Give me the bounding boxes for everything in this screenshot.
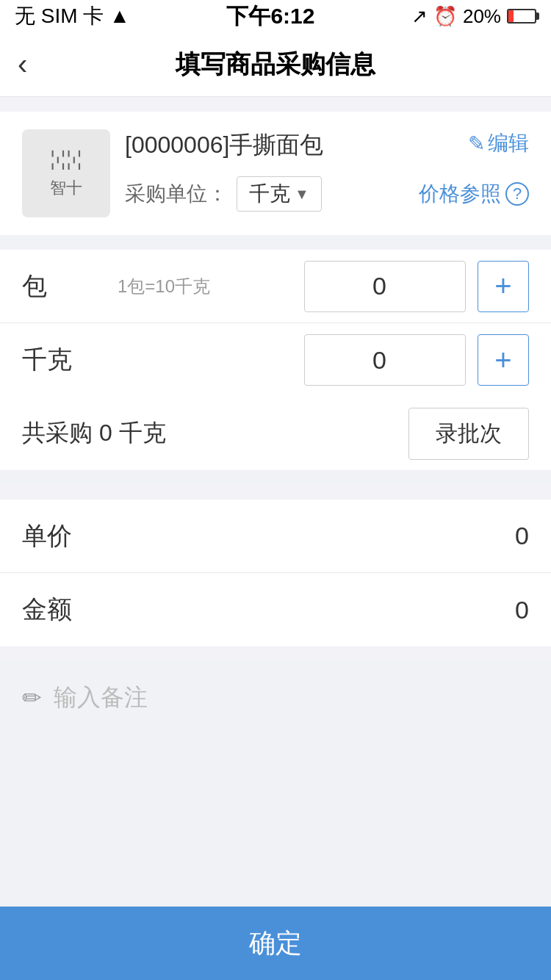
summary-value: 0	[99, 419, 112, 446]
product-card: ꔘꔘ 智十 [0000006]手撕面包 ✎ 编辑 采购单位： 千克 ▼	[0, 112, 551, 235]
confirm-button[interactable]: 确定	[0, 907, 551, 980]
status-bar: 无 SIM 卡 ▲ 下午6:12 ↗ ⏰ 20%	[0, 0, 551, 32]
section-divider-1	[0, 235, 551, 250]
status-signal: 无 SIM 卡 ▲	[15, 2, 130, 30]
logo-text: 智十	[50, 177, 82, 199]
status-right: ↗ ⏰ 20%	[411, 5, 536, 28]
product-name: [0000006]手撕面包	[125, 129, 323, 162]
status-location-icon: ↗	[411, 5, 428, 28]
unit-label: 采购单位：	[125, 180, 228, 208]
price-reference-button[interactable]: 价格参照 ?	[419, 180, 529, 208]
unit-price-value: 0	[515, 522, 529, 550]
unit-select[interactable]: 千克 ▼	[237, 176, 322, 212]
pencil-icon: ✏	[22, 684, 42, 712]
amount-row: 金额 0	[0, 573, 551, 646]
nav-bar: ‹ 填写商品采购信息	[0, 32, 551, 97]
bag-quantity-input[interactable]	[304, 261, 466, 312]
help-icon: ?	[505, 182, 529, 206]
section-divider-2	[0, 470, 551, 485]
unit-price-row: 单价 0	[0, 500, 551, 573]
product-info: [0000006]手撕面包 ✎ 编辑 采购单位： 千克 ▼ 价格参照 ?	[125, 129, 529, 212]
status-alarm-icon: ⏰	[433, 5, 457, 28]
page-title: 填写商品采购信息	[176, 48, 375, 82]
summary-row: 共采购 0 千克 录批次	[0, 397, 551, 470]
status-battery-percent: 20%	[463, 5, 501, 28]
kg-input-row: 千克 +	[0, 323, 551, 397]
notes-placeholder: 输入备注	[54, 682, 148, 714]
price-ref-label: 价格参照	[419, 180, 501, 208]
notes-section[interactable]: ✏ 输入备注	[0, 661, 551, 735]
unit-price-label: 单价	[22, 519, 72, 553]
bag-label: 包	[22, 270, 110, 303]
record-batch-button[interactable]: 录批次	[408, 408, 529, 460]
summary-unit: 千克	[119, 419, 166, 446]
logo-owl: ꔘꔘ	[50, 148, 82, 174]
kg-plus-button[interactable]: +	[478, 334, 529, 386]
amount-value: 0	[515, 596, 529, 624]
dropdown-arrow-icon: ▼	[295, 186, 309, 203]
unit-value: 千克	[249, 180, 290, 208]
summary-text: 共采购 0 千克	[22, 417, 166, 450]
summary-prefix: 共采购	[22, 419, 93, 446]
bag-input-row: 包 1包=10千克 +	[0, 250, 551, 323]
confirm-label: 确定	[249, 926, 302, 962]
input-section: 包 1包=10千克 + 千克 +	[0, 250, 551, 397]
edit-button[interactable]: ✎ 编辑	[468, 129, 529, 157]
kg-quantity-input[interactable]	[304, 334, 466, 386]
price-section: 单价 0 金额 0	[0, 500, 551, 646]
edit-icon: ✎	[468, 131, 485, 156]
status-time: 下午6:12	[226, 1, 314, 32]
edit-label: 编辑	[488, 129, 529, 157]
bag-plus-button[interactable]: +	[478, 261, 529, 312]
bag-sublabel: 1包=10千克	[118, 275, 210, 298]
kg-label: 千克	[22, 343, 110, 377]
product-thumbnail: ꔘꔘ 智十	[22, 129, 110, 217]
amount-label: 金额	[22, 593, 72, 627]
back-button[interactable]: ‹	[18, 48, 27, 81]
battery-indicator	[507, 9, 536, 24]
